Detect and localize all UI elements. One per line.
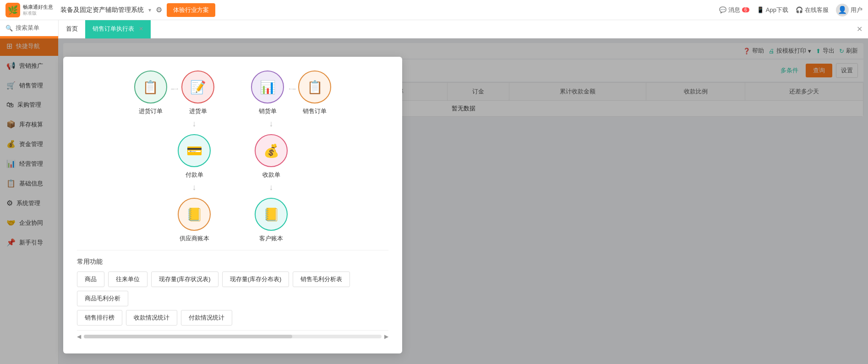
down-arrow-3: ↓ [192, 183, 197, 192]
app-icon: 📱 [757, 6, 764, 13]
app-download-button[interactable]: 📱 App下载 [757, 6, 788, 14]
sale-bill-label: 销货单 [259, 107, 277, 115]
modal-box: 📋 进货订单 - - -→ 📝 进货单 [63, 57, 402, 353]
tab-bar: 首页销售订单执行表✕ ✕ [59, 20, 868, 38]
purchase-bill-icon: 📝 [181, 71, 214, 103]
flow-item-purchase-bill[interactable]: 📝 进货单 [181, 71, 214, 115]
down-arrow-1: ↓ [192, 119, 197, 129]
down-arrow-4: ↓ [269, 183, 273, 192]
supplier-ledger-label: 供应商账本 [180, 234, 209, 243]
flow-item-purchase-order[interactable]: 📋 进货订单 [134, 71, 167, 115]
tab-sales-order-exec[interactable]: 销售订单执行表✕ [85, 20, 151, 38]
flow-bottom-row: ↓ 📒 供应商账本 ↓ 📒 客户账本 [77, 183, 388, 243]
message-badge: 6 [742, 7, 749, 12]
flow-item-sale-bill[interactable]: 📊 销货单 [251, 71, 284, 115]
tab-label-home: 首页 [66, 25, 78, 33]
flow-col-payment: ↓ 💳 付款单 [178, 119, 211, 179]
func-button-0[interactable]: 商品 [77, 272, 104, 287]
logo-text: 畅康通好生意 标准版 [23, 4, 53, 16]
customer-ledger-label: 客户账本 [259, 234, 283, 243]
scroll-right-arrow[interactable]: ▶ [384, 333, 388, 340]
func-button-8[interactable]: 付款情况统计 [181, 310, 232, 326]
tab-label-sales-order-exec: 销售订单执行表 [93, 25, 134, 33]
func-button-7[interactable]: 收款情况统计 [126, 310, 177, 326]
func-buttons-row1: 商品往来单位现存量(库存状况表)现存量(库存分布表)销售毛利分析表商品毛利分析 [77, 272, 388, 306]
arrow-2: ←- - - [284, 85, 298, 92]
scroll-bar-area: ◀ ▶ [77, 330, 388, 340]
logo-icon: 🌿 [5, 3, 20, 17]
arrow-1: - - -→ [167, 85, 181, 92]
top-bar: 🌿 畅康通好生意 标准版 装备及固定资产辅助管理系统 ▾ ⚙ 体验行业方案 💬 … [0, 0, 868, 20]
func-button-1[interactable]: 往来单位 [108, 272, 147, 287]
common-functions-title: 常用功能 [77, 258, 388, 266]
sale-order-icon: 📋 [298, 71, 331, 103]
flow-col-supplier: ↓ 📒 供应商账本 [178, 183, 211, 243]
trial-button[interactable]: 体验行业方案 [167, 3, 215, 17]
dropdown-arrow-icon[interactable]: ▾ [148, 7, 151, 13]
scroll-thumb [84, 335, 292, 338]
scroll-track[interactable] [84, 335, 382, 338]
func-button-5[interactable]: 商品毛利分析 [77, 291, 128, 306]
settings-icon[interactable]: ⚙ [156, 5, 162, 14]
tab-end-close-button[interactable]: ✕ [851, 25, 868, 33]
func-button-3[interactable]: 现存量(库存分布表) [222, 272, 289, 287]
flow-top-row: 📋 进货订单 - - -→ 📝 进货单 [77, 71, 388, 115]
system-title: 装备及固定资产辅助管理系统 [60, 6, 144, 14]
content-area: 首页销售订单执行表✕ ✕ ❓ 帮助 🖨 按模板打印 ▾ [59, 20, 868, 364]
receipt-label: 收款单 [262, 171, 280, 179]
modal-overlay: 📋 进货订单 - - -→ 📝 进货单 [0, 38, 868, 364]
purchase-order-label: 进货订单 [139, 107, 163, 115]
common-functions-section: 常用功能 商品往来单位现存量(库存状况表)现存量(库存分布表)销售毛利分析表商品… [77, 250, 388, 326]
service-icon: 🎧 [796, 6, 803, 13]
payment-icon: 💳 [178, 134, 211, 167]
page-content: ❓ 帮助 🖨 按模板打印 ▾ ⬆ 导出 ↻ 刷新 [59, 38, 868, 364]
app-container: 🌿 畅康通好生意 标准版 装备及固定资产辅助管理系统 ▾ ⚙ 体验行业方案 💬 … [0, 0, 868, 364]
search-icon: 🔍 [5, 25, 13, 32]
flow-middle-row: ↓ 💳 付款单 ↓ 💰 收款单 [77, 119, 388, 179]
search-menu[interactable]: 🔍 搜索菜单 [0, 20, 58, 36]
down-arrow-2: ↓ [269, 119, 273, 129]
message-button[interactable]: 💬 消息 6 [719, 6, 749, 14]
main-area: 🔍 搜索菜单 ⊞快捷导航📢营销推广🛒销售管理🛍采购管理📦库存核算💰资金管理📊经营… [0, 20, 868, 364]
message-icon: 💬 [719, 6, 726, 13]
receipt-icon: 💰 [255, 134, 288, 167]
sale-order-label: 销售订单 [303, 107, 327, 115]
top-right-area: 💬 消息 6 📱 App下载 🎧 在线客服 👤 用户 [719, 4, 863, 16]
user-area[interactable]: 👤 用户 [836, 4, 863, 16]
supplier-ledger-icon: 📒 [178, 198, 211, 231]
func-buttons-row2: 销售排行榜收款情况统计付款情况统计 [77, 310, 388, 326]
payment-label: 付款单 [186, 171, 203, 179]
user-avatar: 👤 [836, 4, 849, 16]
online-service-button[interactable]: 🎧 在线客服 [796, 6, 829, 14]
tab-items: 首页销售订单执行表✕ [59, 20, 851, 38]
flow-col-receipt: ↓ 💰 收款单 [255, 119, 288, 179]
tab-home[interactable]: 首页 [59, 20, 85, 38]
purchase-bill-label: 进货单 [189, 107, 207, 115]
func-button-4[interactable]: 销售毛利分析表 [293, 272, 350, 287]
logo-area: 🌿 畅康通好生意 标准版 [5, 3, 56, 17]
tab-close-sales-order-exec[interactable]: ✕ [139, 26, 143, 32]
flow-col-customer: ↓ 📒 客户账本 [255, 183, 288, 243]
scroll-left-arrow[interactable]: ◀ [77, 333, 81, 340]
purchase-order-icon: 📋 [134, 71, 167, 103]
func-button-2[interactable]: 现存量(库存状况表) [151, 272, 218, 287]
func-button-6[interactable]: 销售排行榜 [77, 310, 122, 326]
sale-bill-icon: 📊 [251, 71, 284, 103]
customer-ledger-icon: 📒 [255, 198, 288, 231]
flow-item-sale-order[interactable]: 📋 销售订单 [298, 71, 331, 115]
